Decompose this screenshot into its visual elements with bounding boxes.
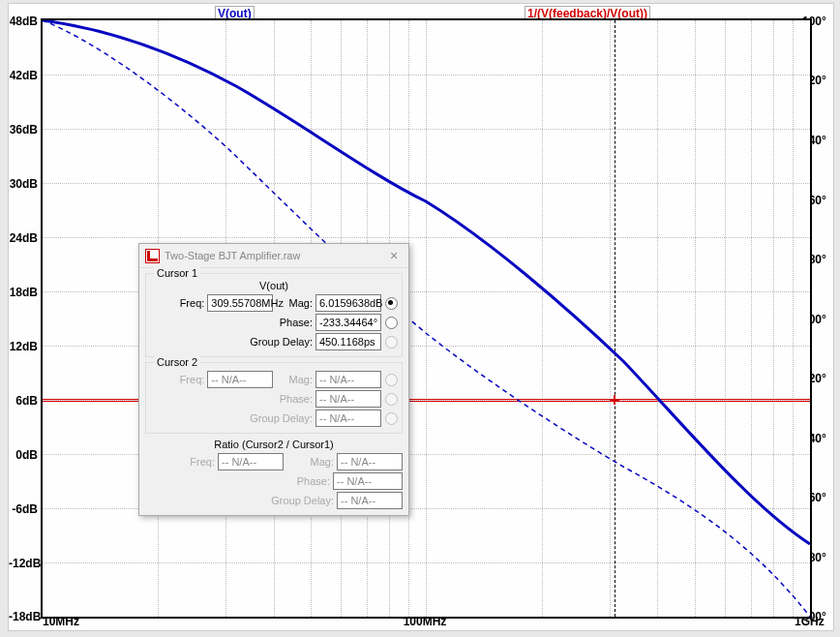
cursor1-mag-field[interactable]: 6.0159638dB [315, 294, 381, 312]
cursor2-mag-field: -- N/A-- [315, 371, 381, 388]
gd-radio2 [385, 412, 398, 425]
grid-v [542, 20, 543, 617]
grid-v [695, 20, 696, 617]
cursor2-phase-field: -- N/A-- [315, 390, 381, 408]
cursor1-freq-field[interactable]: 309.55708MHz [207, 294, 273, 312]
grid-v [657, 20, 658, 617]
y-left-tick: 18dB [9, 286, 38, 299]
close-icon[interactable]: × [385, 248, 403, 263]
ratio-phase-field: -- N/A-- [333, 472, 403, 490]
gd-radio[interactable] [385, 336, 398, 349]
grid-v [751, 20, 752, 617]
grid-v [793, 20, 794, 617]
cursor2-gd-field: -- N/A-- [315, 410, 381, 427]
cursor1-group: Cursor 1 V(out) Freq: 309.55708MHz Mag: … [145, 273, 403, 357]
grid-v [426, 20, 427, 617]
dialog-title: Two-Stage BJT Amplifier.raw [165, 250, 385, 261]
freq-label: Freq: [145, 456, 218, 468]
y-left-tick: 12dB [9, 340, 38, 353]
mag-label: Mag: [284, 456, 337, 468]
grid-v [773, 20, 774, 617]
cursor2-freq-field: -- N/A-- [207, 371, 273, 388]
cursor2-title: Cursor 2 [154, 356, 200, 368]
cursor-cross-icon [610, 395, 619, 405]
y-left-tick: 42dB [9, 69, 38, 82]
y-left-tick: 36dB [9, 123, 38, 136]
ratio-gd-field: -- N/A-- [337, 492, 403, 509]
phase-radio2 [385, 393, 398, 406]
mag-label: Mag: [273, 297, 315, 309]
y-left-tick: 0dB [9, 448, 38, 462]
mag-radio[interactable] [385, 297, 398, 310]
grid-v [725, 20, 726, 617]
lt-logo-icon [145, 249, 160, 263]
ratio-mag-field: -- N/A-- [337, 453, 403, 470]
freq-label: Freq: [150, 297, 207, 309]
chart-frame: V(out) 1/(V(feedback)/V(out)) 48dB 42dB … [8, 3, 834, 631]
cursor1-title: Cursor 1 [154, 267, 200, 279]
cursor-dialog[interactable]: Two-Stage BJT Amplifier.raw × Cursor 1 V… [138, 243, 409, 516]
ratio-freq-field: -- N/A-- [218, 453, 284, 470]
mag-label: Mag: [273, 374, 315, 385]
ratio-title: Ratio (Cursor2 / Cursor1) [145, 439, 403, 450]
y-left-tick: 6dB [9, 394, 38, 408]
y-left-tick: -18dB [9, 610, 38, 623]
y-left-tick: 48dB [9, 15, 38, 28]
gd-label: Group Delay: [243, 336, 315, 348]
dialog-titlebar[interactable]: Two-Stage BJT Amplifier.raw × [139, 244, 408, 268]
ratio-group: Ratio (Cursor2 / Cursor1) Freq: -- N/A--… [145, 439, 403, 509]
cursor1-phase-field[interactable]: -233.34464° [315, 314, 381, 331]
cursor1-gd-field[interactable]: 450.1168ps [315, 333, 381, 350]
mag-radio2 [385, 374, 398, 386]
freq-label: Freq: [150, 374, 207, 385]
grid-v [610, 20, 611, 617]
phase-radio[interactable] [385, 317, 398, 329]
phase-label: Phase: [262, 393, 315, 405]
y-left-tick: -12dB [9, 557, 38, 570]
cursor2-group: Cursor 2 Freq: -- N/A-- Mag: -- N/A-- Ph… [145, 362, 403, 434]
phase-label: Phase: [262, 317, 315, 328]
y-left-tick: 30dB [9, 177, 38, 191]
gd-label: Group Delay: [264, 495, 337, 506]
gd-label: Group Delay: [243, 412, 315, 424]
cursor-line[interactable] [615, 20, 615, 617]
y-left-tick: 24dB [9, 231, 38, 245]
phase-label: Phase: [280, 475, 333, 487]
cursor1-trace: V(out) [150, 280, 398, 291]
y-left-tick: -6dB [9, 502, 38, 516]
